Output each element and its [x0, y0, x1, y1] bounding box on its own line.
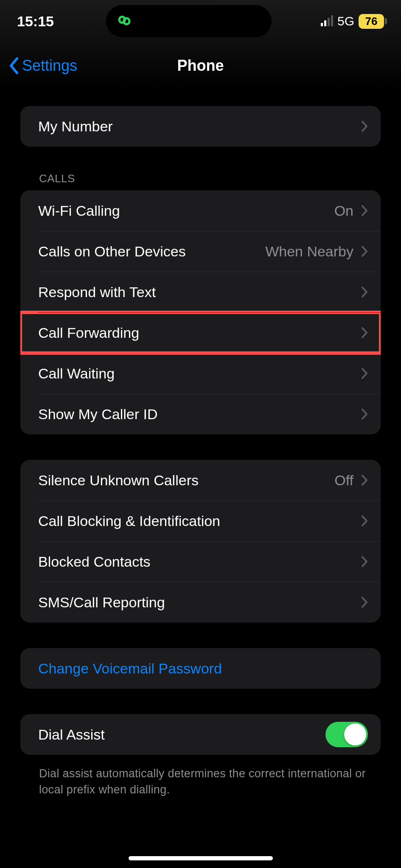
- dynamic-island[interactable]: [106, 5, 272, 37]
- page-title: Phone: [177, 57, 224, 75]
- chevron-right-icon: [361, 367, 368, 379]
- chevron-right-icon: [361, 474, 368, 486]
- group-dial-assist: Dial Assist: [20, 714, 381, 755]
- row-label: Silence Unknown Callers: [38, 472, 334, 489]
- row-label: Dial Assist: [38, 726, 325, 743]
- row-call-forwarding[interactable]: Call Forwarding: [20, 312, 381, 353]
- row-dial-assist[interactable]: Dial Assist: [20, 714, 381, 755]
- chevron-right-icon: [361, 327, 368, 339]
- status-right: 5G 76: [321, 14, 384, 29]
- nav-bar: Settings Phone: [0, 42, 401, 89]
- row-label: My Number: [38, 118, 359, 135]
- row-sms-call-reporting[interactable]: SMS/Call Reporting: [20, 582, 381, 623]
- dial-assist-toggle[interactable]: [325, 722, 368, 747]
- network-label: 5G: [337, 14, 354, 28]
- row-label: Respond with Text: [38, 284, 359, 300]
- group-voicemail: Change Voicemail Password: [20, 648, 381, 689]
- chevron-right-icon: [361, 286, 368, 298]
- row-label: Change Voicemail Password: [38, 660, 368, 677]
- row-value: On: [334, 203, 353, 219]
- row-label: Call Forwarding: [38, 325, 359, 341]
- row-label: Wi-Fi Calling: [38, 203, 334, 219]
- status-bar: 15:15 5G 76: [0, 0, 401, 42]
- chevron-right-icon: [361, 245, 368, 257]
- chevron-left-icon: [8, 57, 20, 74]
- section-header-calls: Calls: [20, 172, 381, 190]
- row-call-blocking-identification[interactable]: Call Blocking & Identification: [20, 501, 381, 541]
- row-value: When Nearby: [265, 243, 353, 260]
- group-my-number: My Number: [20, 106, 381, 147]
- row-label: Call Blocking & Identification: [38, 513, 359, 529]
- activity-icon: [115, 11, 134, 31]
- chevron-right-icon: [361, 408, 368, 420]
- row-my-number[interactable]: My Number: [20, 106, 381, 147]
- group-calls: Wi-Fi Calling On Calls on Other Devices …: [20, 190, 381, 434]
- cellular-signal-icon: [321, 16, 333, 26]
- row-wifi-calling[interactable]: Wi-Fi Calling On: [20, 190, 381, 231]
- row-call-waiting[interactable]: Call Waiting: [20, 353, 381, 394]
- chevron-right-icon: [361, 120, 368, 132]
- row-blocked-contacts[interactable]: Blocked Contacts: [20, 541, 381, 582]
- back-label: Settings: [22, 57, 77, 75]
- dial-assist-footer: Dial assist automatically determines the…: [20, 760, 381, 798]
- row-label: Calls on Other Devices: [38, 243, 265, 260]
- row-change-voicemail-password[interactable]: Change Voicemail Password: [20, 648, 381, 689]
- row-respond-with-text[interactable]: Respond with Text: [20, 272, 381, 312]
- row-show-caller-id[interactable]: Show My Caller ID: [20, 394, 381, 434]
- chevron-right-icon: [361, 556, 368, 568]
- battery-indicator: 76: [359, 14, 384, 29]
- back-button[interactable]: Settings: [8, 57, 77, 75]
- row-label: Show My Caller ID: [38, 406, 359, 423]
- row-label: Blocked Contacts: [38, 554, 359, 570]
- row-calls-other-devices[interactable]: Calls on Other Devices When Nearby: [20, 231, 381, 272]
- status-time: 15:15: [17, 13, 102, 30]
- row-silence-unknown[interactable]: Silence Unknown Callers Off: [20, 460, 381, 501]
- chevron-right-icon: [361, 205, 368, 217]
- home-indicator[interactable]: [129, 856, 273, 860]
- group-blocking: Silence Unknown Callers Off Call Blockin…: [20, 460, 381, 623]
- chevron-right-icon: [361, 515, 368, 527]
- switch-knob: [344, 723, 366, 746]
- chevron-right-icon: [361, 596, 368, 608]
- row-value: Off: [334, 472, 353, 489]
- row-label: Call Waiting: [38, 365, 359, 382]
- row-label: SMS/Call Reporting: [38, 594, 359, 611]
